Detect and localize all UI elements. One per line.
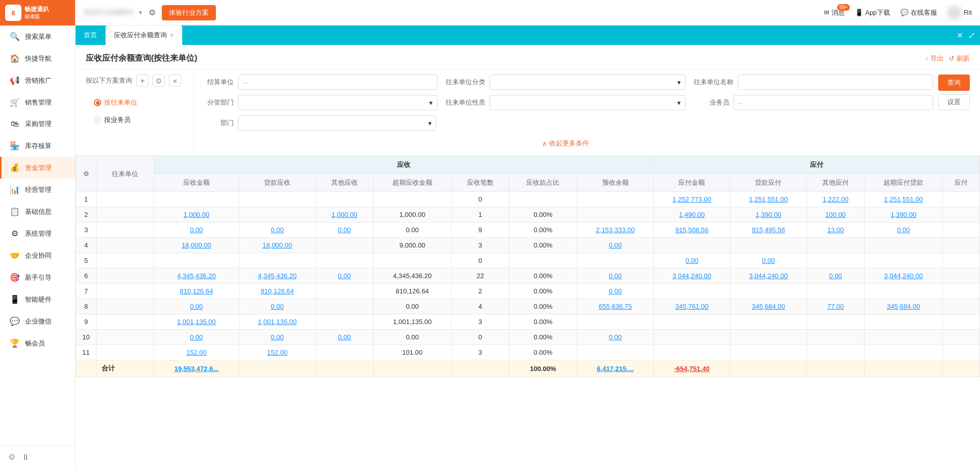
row-ap-amt[interactable]: 0.00 <box>654 253 730 268</box>
sidebar-item-finance[interactable]: 💰 资金管理 <box>0 157 75 179</box>
row-loan-ap[interactable]: 3,044,240.00 <box>730 268 806 284</box>
row-ap-amt[interactable]: 345,761.00 <box>654 299 730 314</box>
row-other-ar[interactable]: 0.00 <box>315 330 373 345</box>
row-overdue-ap[interactable]: 0.00 <box>864 223 942 238</box>
app-download-btn[interactable]: 📱 App下载 <box>855 8 890 17</box>
partner-type-select[interactable]: ▾ <box>489 75 685 90</box>
row-loan-ar[interactable]: 0.00 <box>239 223 315 238</box>
row-other-ar[interactable]: 0.00 <box>315 223 373 238</box>
sidebar-item-purchase[interactable]: 🛍 采购管理 <box>0 113 75 135</box>
row-other-ar[interactable]: 0.00 <box>315 268 373 284</box>
partner-name-input[interactable] <box>738 75 933 90</box>
nav-by-partner[interactable]: 按往来单位 <box>88 94 143 111</box>
department-select[interactable]: ▾ <box>238 115 436 131</box>
footer-ap-amt[interactable]: -654,751.40 <box>654 360 730 377</box>
message-btn[interactable]: ✉ 消息 99+ <box>824 8 845 17</box>
add-filter-btn[interactable]: + <box>136 75 149 87</box>
user-menu[interactable]: Rit <box>947 6 972 20</box>
collapse-filter-btn[interactable]: « <box>169 75 181 87</box>
row-overdue-ap[interactable]: 345,684.00 <box>864 299 942 314</box>
row-loan-ap[interactable]: 1,390.00 <box>730 207 806 223</box>
collapse-button[interactable]: ∧ 收起更多条件 <box>198 136 933 148</box>
sidebar-item-operations[interactable]: 📊 经营管理 <box>0 179 75 201</box>
pause-icon[interactable]: ⏸ <box>21 453 30 462</box>
row-loan-ap[interactable]: 0.00 <box>730 253 806 268</box>
close-window-icon[interactable]: ✕ <box>957 31 963 40</box>
row-ar-amt[interactable]: 0.00 <box>154 223 239 238</box>
row-advance[interactable]: 655,636.75 <box>577 299 654 314</box>
row-ar-amt[interactable]: 810,126.64 <box>154 284 239 299</box>
sidebar-item-corp[interactable]: 🤝 企业协同 <box>0 244 75 266</box>
sidebar-item-basic[interactable]: 📋 基础信息 <box>0 201 75 223</box>
tab-ar-query[interactable]: 应收应付余额查询 × <box>106 26 182 45</box>
tab-home[interactable]: 首页 <box>76 26 106 45</box>
nav-by-salesman[interactable]: ◎ 按业务员 <box>88 111 143 129</box>
footer-ar-amt[interactable]: 19,553,472,6... <box>154 360 239 377</box>
dept-select[interactable]: ▾ <box>238 95 437 110</box>
sidebar-item-guide[interactable]: 🎯 新手引导 <box>0 266 75 288</box>
promo-button[interactable]: 体验行业方案 <box>162 5 216 20</box>
row-ar-amt[interactable]: 4,345,436.20 <box>154 268 239 284</box>
row-advance[interactable]: 0.00 <box>577 330 654 345</box>
sidebar-item-member[interactable]: 🏆 畅会员 <box>0 332 75 354</box>
row-other-ap[interactable]: 0.00 <box>806 268 864 284</box>
sidebar-item-wechat[interactable]: 💬 企业微信 <box>0 310 75 332</box>
tab-close-icon[interactable]: × <box>170 32 174 39</box>
row-ap-amt[interactable]: 1,252,773.00 <box>654 192 730 207</box>
row-advance[interactable]: 0.00 <box>577 268 654 284</box>
row-other-ap[interactable]: 13.00 <box>806 223 864 238</box>
sidebar-item-marketing[interactable]: 📢 营销推广 <box>0 69 75 91</box>
config-filter-btn[interactable]: ⊙ <box>153 75 165 87</box>
service-btn[interactable]: 💬 在线客服 <box>900 8 937 17</box>
settlement-input[interactable]: ··· <box>238 75 437 90</box>
salesman-input[interactable]: ··· <box>733 95 933 110</box>
row-loan-ap[interactable]: 915,495.56 <box>730 223 806 238</box>
set-button[interactable]: 设置 <box>938 94 970 110</box>
row-loan-ar[interactable]: 4,345,436.20 <box>239 268 315 284</box>
row-other-ar[interactable]: 1,000.00 <box>315 207 373 223</box>
row-other-ap[interactable]: 100.00 <box>806 207 864 223</box>
row-ar-amt[interactable]: 1,001,135.00 <box>154 314 239 330</box>
query-button[interactable]: 查询 <box>938 75 970 91</box>
user-name: Rit <box>964 9 972 16</box>
refresh-button[interactable]: ↺ 刷新 <box>949 54 970 63</box>
sidebar-item-inventory[interactable]: 🏪 库存核算 <box>0 135 75 157</box>
row-ap-amt[interactable]: 1,490.00 <box>654 207 730 223</box>
row-ar-amt[interactable]: 18,000.00 <box>154 238 239 253</box>
row-loan-ar[interactable]: 1,001,135.00 <box>239 314 315 330</box>
row-ar-amt[interactable]: 1,000.00 <box>154 207 239 223</box>
row-loan-ar[interactable]: 0.00 <box>239 299 315 314</box>
row-other-ap[interactable]: 1,222.00 <box>806 192 864 207</box>
sidebar-item-search[interactable]: 🔍 搜索菜单 <box>0 26 75 47</box>
row-advance[interactable]: 2,153,333.00 <box>577 223 654 238</box>
footer-advance[interactable]: 6,417,215.... <box>577 360 654 377</box>
row-ar-amt[interactable]: 0.00 <box>154 330 239 345</box>
sidebar-item-system[interactable]: ⚙ 系统管理 <box>0 223 75 244</box>
row-overdue-ap[interactable]: 1,390.00 <box>864 207 942 223</box>
row-overdue-ap[interactable]: 1,251,551.00 <box>864 192 942 207</box>
row-ap-amt[interactable]: 3,044,240.00 <box>654 268 730 284</box>
sidebar-item-sales[interactable]: 🛒 销售管理 <box>0 91 75 113</box>
sidebar-item-nav[interactable]: 🏠 快捷导航 <box>0 47 75 69</box>
row-ar-amt[interactable]: 0.00 <box>154 299 239 314</box>
export-button[interactable]: ↑ 导出 <box>925 54 944 63</box>
row-loan-ar[interactable]: 152.00 <box>239 345 315 360</box>
row-advance[interactable]: 0.00 <box>577 238 654 253</box>
row-advance[interactable]: 0.00 <box>577 284 654 299</box>
row-ap-amt[interactable]: 915,508.56 <box>654 223 730 238</box>
dropdown-icon[interactable]: ▾ <box>139 9 142 16</box>
table-gear-icon[interactable]: ⚙ <box>83 170 89 178</box>
sidebar-item-hardware[interactable]: 📱 智能硬件 <box>0 288 75 310</box>
topbar-gear-icon[interactable]: ⚙ <box>149 8 156 17</box>
row-loan-ar[interactable]: 0.00 <box>239 330 315 345</box>
row-loan-ar[interactable]: 18,000.00 <box>239 238 315 253</box>
row-overdue-ap[interactable]: 3,044,240.00 <box>864 268 942 284</box>
expand-icon[interactable]: ⤢ <box>968 31 975 40</box>
partner-nature-select[interactable]: ▾ <box>489 95 685 110</box>
row-ar-amt[interactable]: 152.00 <box>154 345 239 360</box>
row-loan-ap[interactable]: 345,684.00 <box>730 299 806 314</box>
row-loan-ap[interactable]: 1,251,551.00 <box>730 192 806 207</box>
settings-icon[interactable]: ⚙ <box>8 452 15 462</box>
row-loan-ar[interactable]: 810,126.64 <box>239 284 315 299</box>
row-other-ap[interactable]: 77.00 <box>806 299 864 314</box>
